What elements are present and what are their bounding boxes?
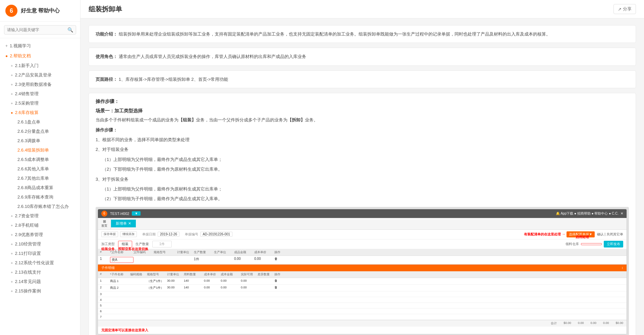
search-area: 🔍 [0,22,80,38]
logo-text: 好生意 帮助中心 [21,7,60,14]
sidebar-item-docs-21[interactable]: + 2.1新手入门 [0,61,80,70]
top-bar: 组装拆卸单 ↗ 分享 [80,0,644,18]
app-header-left: 6 TEST-H002 ▼ [101,211,141,217]
step2-2: （2）下部明细为子件明细，最终作为原材料生成其它出库单。 [102,165,629,173]
sidebar-item-docs-261[interactable]: 2.6.1盘点单 [0,117,80,127]
annotation4-label: 无固定清单可以直接在这里录入 [101,328,148,332]
step3: 3、对于拆装业务 [96,175,629,183]
zuozhuang-bold: 【组装】 [178,117,196,122]
parent-item-input[interactable]: 类A [110,257,133,263]
sidebar-item-docs-28[interactable]: + 2.8手机旺铺 [0,221,80,230]
sidebar: 6 好生意 帮助中心 🔍 + 1.视频学习 ● 2.帮助文档 + 2.1新手入门… [0,0,80,335]
warehouse-input[interactable] [581,243,602,245]
search-input[interactable] [7,27,67,32]
sidebar-item-docs-26[interactable]: ● 2.6库存核算 [0,108,80,117]
top-table-row1: 1 类A 1件 0.00 0.00 🗑 [98,256,627,264]
sidebar-item-video[interactable]: + 1.视频学习 [0,41,80,51]
path-label: 页面路径： [96,77,117,82]
app-secondary-nav: ⊞ 首页 新增单 ✕ [98,218,627,230]
sidebar-item-docs-210[interactable]: + 2.10经营管理 [0,239,80,249]
bottom-table-row6: 6 [98,309,627,314]
content-area: 功能介绍： 组装拆卸单用来处理企业组装或拆卸等加工业务，支持有固定装配清单的产品… [80,18,644,335]
role-box: 使用角色： 通常由生产人员或库管人员完成拆装业务的操作，库管人员确认原材料的出库… [89,48,636,65]
sidebar-item-docs-22[interactable]: + 2.2产品安装及登录 [0,70,80,80]
scenario1-title: 场景一：加工类型选择 [96,108,629,114]
sidebar-item-docs-2610[interactable]: 2.6.10库存账本错了怎么办 [0,202,80,211]
sidebar-item-docs-267[interactable]: 2.6.7其他出库单 [0,174,80,183]
step1: 1、根据不同的业务，选择不同单据的类型来处理 [96,136,629,144]
billno-label: 单据编号 [185,232,198,237]
bottom-section-bar: 子件明细 ↕ [98,265,627,271]
minus-icon: ● [5,54,8,58]
role-label: 使用角色： [96,54,117,59]
feature-intro-text: 组装拆卸单用来处理企业组装或拆卸等加工业务，支持有固定装配清单的产品加工业务，也… [119,32,550,37]
search-icon[interactable]: 🔍 [67,27,73,33]
date-value: 2019-12-26 [158,232,179,237]
bottom-table-row4: 4 [98,297,627,303]
role-text: 通常由生产人员或库管人员完成拆装业务的操作，库管人员确认原材料的出库和产成品的入… [119,54,306,59]
sidebar-item-docs-211[interactable]: + 2.11打印设置 [0,249,80,258]
sidebar-item-docs-215[interactable]: + 2.15操作案例 [0,286,80,296]
search-box[interactable]: 🔍 [4,25,76,35]
annotation3-area: 领料仓库 立即发布 启用处理 [566,241,623,247]
quantity-value[interactable]: 1件 [152,241,172,247]
bottom-table-row1: 1 商品 1 （生产1件） 30.00 140 0.00 0.00 0.00 🗑 [98,278,627,285]
step3-1: （1）上部明细为父件明细，最终作为原材料生成其它出库单； [102,185,629,193]
sidebar-item-docs-25[interactable]: + 2.5采购管理 [0,99,80,108]
nav-active-tab[interactable]: 新增单 ✕ [111,220,136,227]
scenario1-desc: 当由多个子件材料组装成一个成品的业务为【组装】业务，当由一个父件拆分成多个子产品… [96,116,629,124]
quantity-label: 生产数量 [136,242,149,246]
step3-2: （2）下部明细为子件明细，最终作为产成品生成其它入库单。 [102,195,629,203]
btn-confirm[interactable]: 确认 | 关闭其它单 [597,232,623,236]
sidebar-item-docs-213[interactable]: + 2.13在线支付 [0,268,80,277]
nav-tab-label: 新增单 [116,221,127,226]
plus-icon: + [5,44,8,48]
app-close-btn[interactable]: ✕ [621,212,623,215]
billno-value: AD-20191226-001 [200,232,232,237]
main-content: 组装拆卸单 ↗ 分享 功能介绍： 组装拆卸单用来处理企业组装或拆卸等加工业务，支… [80,0,644,335]
app-header: 6 TEST-H002 ▼ 🔔 App下载 ● 招商帮助 ● 帮助中心 ● C.… [98,209,627,218]
type-label: 加工类型 [101,242,115,246]
step2: 2、对于组装业务 [96,146,629,153]
sidebar-item-docs-27[interactable]: + 2.7资金管理 [0,211,80,221]
sidebar-item-docs-29[interactable]: + 2.9优惠券管理 [0,230,80,239]
type-value[interactable]: 组装 [118,241,132,247]
sidebar-item-docs-263[interactable]: 2.6.3调拨单 [0,136,80,146]
feature-intro-box: 功能介绍： 组装拆卸单用来处理企业组装或拆卸等加工业务，支持有固定装配清单的产品… [89,25,636,43]
sidebar-item-docs-268[interactable]: 2.6.8商品成本重算 [0,183,80,192]
step2-1: （1）上部明细为父件明细，最终作为产成品生成其它入库单； [102,156,629,163]
app-logo-icon: 6 [101,211,107,217]
btn-add[interactable]: 继续添加 [120,231,137,237]
app-tab: ▼ [132,211,141,216]
chaiqian-bold: 【拆卸】 [287,117,305,122]
bottom-table-row3: 3 [98,291,627,297]
btn-save[interactable]: 保存单据 [101,231,118,237]
nav-home[interactable]: ⊞ 首页 [98,218,111,229]
logo-icon: 6 [5,5,17,17]
sidebar-item-docs-269[interactable]: 2.6.9库存账本查询 [0,192,80,202]
sidebar-item-docs[interactable]: ● 2.帮助文档 [0,51,80,61]
sidebar-item-docs-23[interactable]: + 2.3使用前数据准备 [0,80,80,89]
btn-apply[interactable]: 立即发布 [604,241,623,247]
share-button[interactable]: ↗ 分享 [613,4,636,14]
sidebar-item-docs-24[interactable]: + 2.4销售管理 [0,89,80,99]
feature-intro-label: 功能介绍： [96,32,117,37]
sidebar-item-docs-265[interactable]: 2.6.5成本调整单 [0,155,80,164]
annotation1-label: 有装配清单的在这里处理 [524,232,561,236]
sidebar-item-docs-264[interactable]: 2.6.4组装拆卸单 [0,146,80,155]
sidebar-item-docs-266[interactable]: 2.6.6其他入库单 [0,164,80,174]
steps-subtitle: 操作步骤： [96,126,629,134]
nav-tree: + 1.视频学习 ● 2.帮助文档 + 2.1新手入门 + 2.2产品安装及登录… [0,38,80,335]
app-header-right: 🔔 App下载 ● 招商帮助 ● 帮助中心 ● C.C. ✕ [556,211,623,216]
logo-area: 6 好生意 帮助中心 [0,0,80,22]
sidebar-item-docs-212[interactable]: + 2.12系统个性化设置 [0,258,80,268]
top-table: # *父件名称 父件编码 规格型号 计量单位 生产数量 生产单位 成品金额 成本… [98,249,627,265]
app-header-icons: 🔔 App下载 ● 招商帮助 ● 帮助中心 ● C.C. [556,211,619,216]
top-table-header: # *父件名称 父件编码 规格型号 计量单位 生产数量 生产单位 成品金额 成本… [98,249,627,256]
sidebar-item-docs-262[interactable]: 2.6.2分量盘点单 [0,127,80,136]
bottom-table-row5: 5 [98,303,627,309]
app-name: TEST-H002 [110,212,129,216]
sidebar-item-docs-214[interactable]: + 2.14常见问题 [0,277,80,286]
bottom-table-row7: 7 [98,314,627,320]
bottom-section-title: 子件明细 [101,266,115,270]
